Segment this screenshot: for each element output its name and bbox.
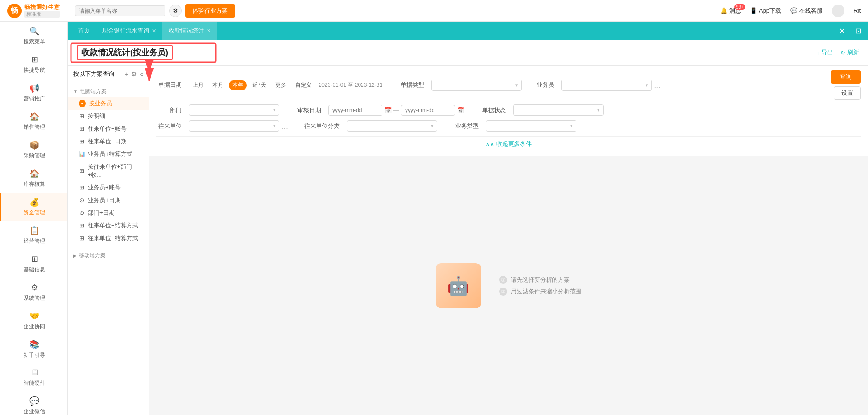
partner-more-btn[interactable]: ... bbox=[281, 122, 288, 130]
salesperson-more-btn[interactable]: ... bbox=[654, 81, 660, 89]
partner-select[interactable] bbox=[189, 120, 279, 132]
scheme-item-salesperson-date[interactable]: ⊙ 业务员+日期 bbox=[68, 194, 149, 207]
online-service-button[interactable]: 💬 在线客服 bbox=[790, 7, 823, 15]
sidebar-item-wechat[interactable]: 💬 企业微信 bbox=[0, 391, 67, 415]
query-button[interactable]: 查询 bbox=[831, 70, 861, 84]
partner-select-wrap bbox=[189, 120, 279, 132]
scheme-item-partner-account[interactable]: ⊞ 往来单位+账号 bbox=[68, 123, 149, 135]
scheme-item-partner-payment1[interactable]: ⊞ 往来单位+结算方式 bbox=[68, 219, 149, 232]
settings-button[interactable]: 设置 bbox=[834, 86, 861, 100]
messages-count: 99+ bbox=[734, 4, 745, 10]
main-body: 按以下方案查询 + ⚙ « ▼ 电脑端方案 ● 按业务员 bbox=[68, 66, 868, 415]
sidebar-item-purchase[interactable]: 📦 采购管理 bbox=[0, 136, 67, 164]
sidebar-item-newguide[interactable]: 📚 新手引导 bbox=[0, 335, 67, 363]
tab-home[interactable]: 首页 bbox=[71, 27, 96, 35]
audit-date-start[interactable] bbox=[328, 105, 382, 116]
filter-row-2: 部门 审核日期 📅 — 📅 单据状态 bbox=[156, 104, 861, 116]
audit-date-end[interactable] bbox=[401, 105, 455, 116]
search-icon: 🔍 bbox=[29, 26, 39, 36]
scheme-item-by-salesperson[interactable]: ● 按业务员 bbox=[68, 97, 149, 110]
scheme-settings-btn[interactable]: ⚙ bbox=[131, 71, 137, 78]
sidebar-item-search[interactable]: 🔍 搜索菜单 bbox=[0, 22, 67, 50]
scheme-item-salesperson-account[interactable]: ⊞ 业务员+账号 bbox=[68, 181, 149, 194]
scheme-item-partner-payment2[interactable]: ⊞ 往来单位+结算方式 bbox=[68, 232, 149, 245]
scheme-item-detail[interactable]: ⊞ 按明细 bbox=[68, 110, 149, 123]
voucher-type-label: 单据类型 bbox=[399, 81, 424, 89]
guide-icon: 📚 bbox=[29, 340, 39, 349]
filter-section: 单据日期 上月 本月 本年 近7天 更多 自定义 2023-01-01 至 20… bbox=[149, 66, 868, 156]
tab-bank-close-btn[interactable]: ✕ bbox=[152, 28, 156, 34]
salesperson-label: 业务员 bbox=[529, 81, 554, 89]
content-area: 首页 现金银行流水查询 ✕ 收款情况统计 ✕ ✕ ⊡ 收款情况统计(按业务员) … bbox=[68, 22, 868, 415]
salesperson-select[interactable] bbox=[561, 80, 652, 91]
sidebar-item-finance[interactable]: 💰 资金管理 bbox=[0, 193, 67, 221]
scheme-group-mobile-header[interactable]: ▶ 移动端方案 bbox=[68, 250, 149, 261]
hardware-icon: 🖥 bbox=[30, 368, 38, 377]
user-name: Rit bbox=[854, 7, 861, 14]
voucher-status-select-wrap bbox=[513, 104, 604, 116]
scheme-item-dept-date[interactable]: ⊙ 部门+日期 bbox=[68, 207, 149, 219]
date-dash: — bbox=[393, 107, 399, 113]
scheme-detail-icon: ⊞ bbox=[79, 113, 85, 119]
date-tab-this-month[interactable]: 本月 bbox=[209, 80, 227, 90]
scheme-group-desktop: ▼ 电脑端方案 ● 按业务员 ⊞ 按明细 ⊞ 往来单位+账号 bbox=[68, 83, 149, 247]
sales-icon: 🏠 bbox=[29, 112, 39, 122]
sidebar-item-sales[interactable]: 🏠 销售管理 bbox=[0, 107, 67, 136]
scheme-item-salesperson-payment[interactable]: 📊 业务员+结算方式 bbox=[68, 148, 149, 160]
business-type-select[interactable] bbox=[486, 120, 576, 132]
department-select[interactable] bbox=[189, 104, 279, 116]
finance-icon: 💰 bbox=[29, 197, 39, 207]
logo-icon: 畅 bbox=[7, 4, 22, 18]
window-close-btn[interactable]: ✕ bbox=[835, 24, 848, 37]
date-tab-custom[interactable]: 自定义 bbox=[292, 80, 315, 90]
scheme-partner-date-icon: ⊞ bbox=[79, 138, 85, 145]
scheme-salesperson-date-icon: ⊙ bbox=[79, 197, 85, 203]
step-num-2: ② bbox=[499, 288, 507, 296]
partner-category-select[interactable] bbox=[347, 120, 437, 132]
voucher-type-select[interactable] bbox=[431, 80, 522, 91]
scheme-group-desktop-header[interactable]: ▼ 电脑端方案 bbox=[68, 86, 149, 97]
empty-illustration: 🤖 bbox=[436, 263, 481, 308]
sidebar-item-quicknav[interactable]: ⊞ 快捷导航 bbox=[0, 50, 67, 79]
sidebar-item-marketing[interactable]: 📢 营销推广 bbox=[0, 79, 67, 107]
date-tab-this-year[interactable]: 本年 bbox=[229, 80, 247, 90]
scheme-item-partner-date[interactable]: ⊞ 往来单位+日期 bbox=[68, 135, 149, 148]
date-tab-last-month[interactable]: 上月 bbox=[189, 80, 207, 90]
scheme-collapse-btn[interactable]: « bbox=[140, 71, 143, 78]
trial-button[interactable]: 体验行业方案 bbox=[185, 4, 235, 18]
wechat-icon: 💬 bbox=[29, 396, 39, 406]
user-avatar[interactable] bbox=[832, 5, 844, 17]
app-download-button[interactable]: 📱 App下载 bbox=[750, 7, 781, 15]
sidebar-item-system[interactable]: ⚙ 系统管理 bbox=[0, 278, 67, 307]
date-tabs: 上月 本月 本年 近7天 更多 自定义 2023-01-01 至 2023-12… bbox=[189, 80, 382, 90]
window-maximize-btn[interactable]: ⊡ bbox=[852, 24, 864, 37]
messages-button[interactable]: 🔔 消息 99+ bbox=[720, 7, 741, 15]
sidebar-item-collab[interactable]: 🤝 企业协同 bbox=[0, 307, 67, 335]
purchase-icon: 📦 bbox=[29, 140, 39, 150]
sidebar-item-inventory[interactable]: 🏠 库存核算 bbox=[0, 164, 67, 193]
refresh-button[interactable]: ↻ 刷新 bbox=[840, 48, 859, 57]
date-tab-7days[interactable]: 近7天 bbox=[249, 80, 270, 90]
settings-button[interactable]: ⚙ bbox=[169, 5, 182, 17]
partner-category-select-wrap bbox=[347, 120, 437, 132]
breadcrumb-input[interactable] bbox=[75, 5, 165, 16]
date-tab-more[interactable]: 更多 bbox=[272, 80, 290, 90]
sidebar-item-hardware[interactable]: 🖥 智能硬件 bbox=[0, 363, 67, 391]
page-header: 收款情况统计(按业务员) ↑ 导出 ↻ 刷新 bbox=[68, 40, 868, 66]
sidebar-item-operations[interactable]: 📋 经营管理 bbox=[0, 221, 67, 250]
calendar-start-icon: 📅 bbox=[384, 107, 392, 113]
tab-bank-flow[interactable]: 现金银行流水查询 ✕ bbox=[96, 22, 162, 40]
app-download-label: App下载 bbox=[759, 7, 781, 15]
voucher-type-select-wrap bbox=[431, 80, 522, 91]
tab-receipts-stats[interactable]: 收款情况统计 ✕ bbox=[162, 22, 217, 40]
scheme-item-partner-dept[interactable]: ⊞ 按往来单位+部门+收... bbox=[68, 160, 149, 181]
scheme-add-btn[interactable]: + bbox=[125, 71, 128, 78]
operations-icon: 📋 bbox=[29, 226, 39, 236]
sidebar-item-basicinfo[interactable]: ⊞ 基础信息 bbox=[0, 250, 67, 278]
voucher-status-select[interactable] bbox=[513, 104, 604, 116]
tab-receipts-close-btn[interactable]: ✕ bbox=[207, 28, 211, 34]
scheme-header: 按以下方案查询 + ⚙ « bbox=[68, 66, 149, 83]
basicinfo-icon: ⊞ bbox=[31, 254, 38, 264]
collapse-more-btn[interactable]: ∧∧ 收起更多条件 bbox=[486, 140, 532, 148]
export-button[interactable]: ↑ 导出 bbox=[817, 48, 834, 57]
